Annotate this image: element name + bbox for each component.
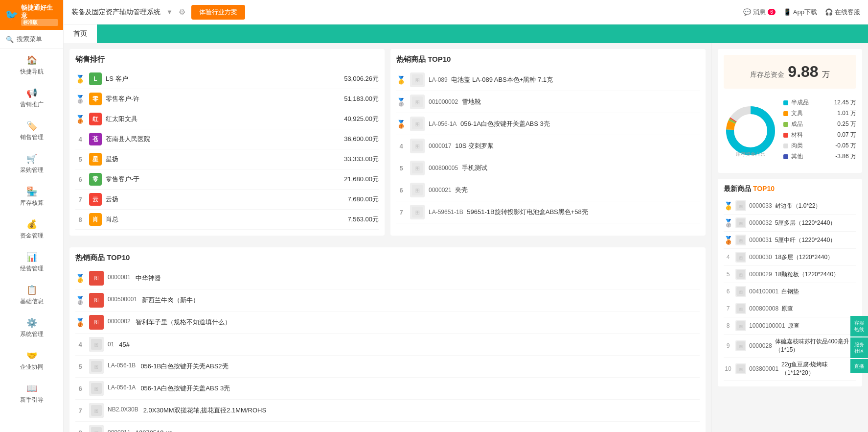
- right-panel: 库存总资金 9.88 万: [711, 43, 868, 432]
- product-rank-num: 9: [724, 342, 732, 349]
- float-btn-community[interactable]: 服务社区: [850, 337, 868, 358]
- guide-icon: 📖: [26, 383, 37, 394]
- svg-text:图: 图: [739, 239, 743, 242]
- hot-product-item[interactable]: 🥇 图 0000001 中华神器: [75, 267, 700, 289]
- sidebar-item-label: 系统管理: [20, 330, 44, 338]
- hot-product-rank-item[interactable]: 6 图 0000021 夹壳: [396, 179, 700, 201]
- product-rank-num: 7: [75, 407, 85, 414]
- app-download-item[interactable]: 📱 App下载: [783, 8, 817, 17]
- newest-product-item[interactable]: 8 图 10000100001 原查: [724, 317, 856, 335]
- settings-icon[interactable]: ⚙: [179, 7, 185, 17]
- notification-item[interactable]: 💬 消息 6: [743, 8, 776, 17]
- newest-product-item[interactable]: 10 图 003800001 22g鱼豆腐·烧烤味（1*12*20）: [724, 358, 856, 381]
- hot-product-item[interactable]: 6 图 LA-056-1A 056-1A白色按键开关盖ABS 3壳: [75, 378, 700, 400]
- svg-text:图: 图: [739, 345, 743, 348]
- rank-amount: 40,925.00元: [344, 115, 379, 123]
- product-code: 0000029: [749, 271, 772, 278]
- hot-product-item[interactable]: 🥉 图 0000002 智利车子里（规格不知道填什么）: [75, 312, 700, 334]
- sidebar-item-sales[interactable]: 🏷️ 销售管理: [0, 115, 63, 147]
- sidebar-item-marketing[interactable]: 📢 营销推广: [0, 82, 63, 115]
- newest-product-item[interactable]: 9 图 0000028 体硫嘉枝味苏打饮品400毫升（1*15）: [724, 335, 856, 358]
- product-thumbnail: 图: [410, 72, 425, 87]
- product-name: 18颗粒板（1220*2440）: [775, 270, 856, 279]
- dropdown-arrow-icon[interactable]: ▼: [166, 8, 173, 16]
- rank-avatar: 零: [89, 173, 102, 186]
- legend-category-name: 其他: [791, 152, 832, 161]
- legend-item: 文具 1.01 万: [783, 109, 856, 118]
- product-rank-num: 🥇: [75, 274, 85, 283]
- product-info: 0000011 12070519-xs: [108, 429, 700, 432]
- legend-category-value: -3.86 万: [835, 152, 856, 161]
- rank-item[interactable]: 4 苍 苍南县人民医院 36,600.00元: [75, 129, 379, 149]
- hot-product-item[interactable]: 4 图 01 45#: [75, 334, 700, 356]
- hot-product-item[interactable]: 🥈 图 000500001 新西兰牛肉（新牛）: [75, 289, 700, 312]
- product-name: 5厘中纤（1220*2440）: [775, 236, 856, 244]
- sidebar-item-base-info[interactable]: 📋 基础信息: [0, 279, 63, 312]
- sidebar-item-inventory[interactable]: 🏪 库存核算: [0, 180, 63, 213]
- rank-item[interactable]: 8 肖 肖总 7,563.00元: [75, 210, 379, 230]
- sidebar-item-cooperation[interactable]: 🤝 企业协同: [0, 344, 63, 377]
- svg-text:图: 图: [739, 273, 743, 277]
- svg-text:图: 图: [739, 308, 743, 311]
- customer-service-item[interactable]: 🎧 在线客服: [825, 8, 860, 17]
- rank-item[interactable]: 🥈 零 零售客户-许 51,183.00元: [75, 89, 379, 109]
- rank-amount: 51,183.00元: [344, 95, 379, 103]
- rank-item[interactable]: 5 星 星扬 33,333.00元: [75, 149, 379, 169]
- hot-product-rank-item[interactable]: 7 图 LA-59651-1B 59651-1B旋转投影灯电池盒ABS黑色+58…: [396, 201, 700, 223]
- rank-customer-name: 苍南县人民医院: [106, 135, 340, 144]
- legend-item: 材料 0.07 万: [783, 131, 856, 139]
- rank-customer-name: 星扬: [106, 155, 340, 164]
- float-btn-customer-service[interactable]: 客服热线: [850, 316, 868, 336]
- hot-product-rank-item[interactable]: 🥉 图 LA-056-1A 056-1A白色按键开关盖ABS 3壳: [396, 113, 700, 135]
- hot-product-item[interactable]: 7 图 NB2.0X30B 2.0X30MM双搓花轴,搓花直径2.1MM/ROH…: [75, 400, 700, 422]
- product-name: 智利车子里（规格不知道填什么）: [136, 318, 700, 327]
- newest-product-item[interactable]: 7 图 000800008 原查: [724, 300, 856, 317]
- rank-item[interactable]: 🥇 L LS 客户 53,006.26元: [75, 69, 379, 89]
- inventory-label: 库存总资金: [750, 71, 784, 78]
- sidebar-item-finance[interactable]: 💰 资金管理: [0, 213, 63, 246]
- rank-item[interactable]: 🥉 红 红太阳文具 40,925.00元: [75, 109, 379, 129]
- hot-product-item[interactable]: 8 图 0000011 12070519-xs: [75, 422, 700, 432]
- product-info: LA-056-1A 056-1A白色按键开关盖ABS 3壳: [108, 384, 700, 393]
- hot-product-rank-item[interactable]: 🥈 图 001000002 雪地靴: [396, 91, 700, 113]
- newest-product-item[interactable]: 6 图 004100001 白钢垫: [724, 283, 856, 300]
- product-rank-num: 6: [396, 187, 406, 194]
- hot-product-item[interactable]: 5 图 LA-056-1B 056-1B白色按键开关壳ABS2壳: [75, 356, 700, 378]
- legend-item: 其他 -3.86 万: [783, 152, 856, 161]
- search-menu[interactable]: 🔍 搜索菜单: [0, 30, 63, 49]
- rank-item[interactable]: 7 云 云扬 7,680.00元: [75, 190, 379, 210]
- float-buttons: 客服热线 服务社区 直播: [850, 316, 868, 373]
- sidebar-item-guide[interactable]: 📖 新手引导: [0, 377, 63, 410]
- rank-item[interactable]: 6 零 零售客户-于 21,680.00元: [75, 169, 379, 190]
- product-info: LA-056-1B 056-1B白色按键开关壳ABS2壳: [108, 362, 700, 371]
- sidebar-item-purchase[interactable]: 🛒 采购管理: [0, 147, 63, 180]
- inventory-icon: 🏪: [26, 186, 37, 197]
- inventory-value: 9.88: [788, 63, 818, 80]
- trial-button[interactable]: 体验行业方案: [191, 5, 245, 20]
- legend-color-dot: [783, 111, 788, 116]
- product-thumbnail: 图: [735, 235, 746, 245]
- purchase-icon: 🛒: [26, 153, 37, 164]
- sidebar-item-quick-nav[interactable]: 🏠 快捷导航: [0, 49, 63, 82]
- tab-home[interactable]: 首页: [64, 24, 97, 43]
- float-btn-broadcast[interactable]: 直播: [850, 359, 868, 373]
- svg-text:图: 图: [415, 144, 420, 149]
- newest-product-item[interactable]: 🥈 图 0000032 5厘多层（1220*2440）: [724, 215, 856, 232]
- newest-product-item[interactable]: 5 图 0000029 18颗粒板（1220*2440）: [724, 266, 856, 283]
- app-name: 畅捷通好生意: [21, 4, 58, 19]
- product-rank-num: 🥇: [724, 201, 732, 211]
- newest-product-item[interactable]: 🥇 图 0000033 封边带（1.0*22）: [724, 197, 856, 215]
- newest-product-item[interactable]: 🥉 图 0000031 5厘中纤（1220*2440）: [724, 232, 856, 249]
- product-rank-num: 5: [396, 165, 406, 172]
- hot-product-rank-item[interactable]: 5 图 000800005 手机测试: [396, 157, 700, 179]
- sidebar-item-system[interactable]: ⚙️ 系统管理: [0, 312, 63, 344]
- hot-product-rank-item[interactable]: 4 图 0000017 10S 变刺罗浆: [396, 135, 700, 157]
- product-name: 59651-1B旋转投影灯电池盒ABS黑色+58壳: [467, 208, 588, 216]
- rank-amount: 7,680.00元: [347, 195, 379, 204]
- newest-product-item[interactable]: 4 图 0000030 18多层（1220*2440）: [724, 249, 856, 266]
- product-rank-num: 5: [724, 271, 732, 278]
- product-rank-num: 4: [396, 143, 406, 150]
- sidebar-item-operations[interactable]: 📊 经营管理: [0, 246, 63, 279]
- hot-product-rank-item[interactable]: 🥇 图 LA-089 电池盖 LA-089 ABS本色+黑种 7.1克: [396, 69, 700, 91]
- product-info: 000800005 手机测试: [429, 164, 700, 172]
